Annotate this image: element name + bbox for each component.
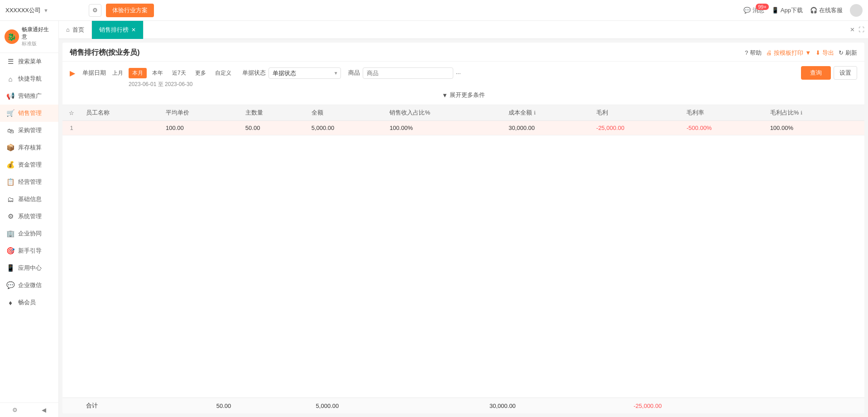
filter-goods: 商品 ··· — [348, 67, 461, 79]
date-tab-more[interactable]: 更多 — [192, 68, 210, 78]
sidebar-item-quick-nav[interactable]: ⌂ 快捷导航 — [0, 70, 58, 87]
goods-filter-label: 商品 — [348, 69, 360, 77]
status-select[interactable]: 单据状态 — [269, 67, 341, 79]
filter-expand-icon[interactable]: ▶ — [70, 69, 75, 77]
sidebar-item-app-center[interactable]: 📱 应用中心 — [0, 259, 58, 277]
sidebar-item-guide[interactable]: 🎯 新手引导 — [0, 242, 58, 259]
col-gross: 毛利 — [591, 105, 681, 121]
expand-more-label: 展开更多条件 — [450, 91, 485, 99]
date-tab-custom[interactable]: 自定义 — [211, 68, 235, 78]
query-button[interactable]: 查询 — [801, 66, 831, 80]
guide-icon: 🎯 — [6, 247, 14, 255]
table-body: 1 100.00 50.00 5,000.00 100.00% 30,000.0… — [62, 121, 864, 135]
sales-icon: 🛒 — [6, 109, 14, 117]
sidebar-label-search-order: 搜索菜单 — [18, 58, 42, 66]
gross-pct-info-icon[interactable]: ℹ — [801, 110, 802, 115]
sidebar-collapse-icon[interactable]: ◀ — [42, 407, 46, 413]
enterprise-icon: 🏢 — [6, 230, 14, 238]
tab-expand-icon[interactable]: ⛶ — [858, 26, 864, 33]
tab-home[interactable]: ⌂ 首页 — [59, 21, 92, 39]
sidebar-label-basic-info: 基础信息 — [18, 195, 42, 203]
help-icon: ? — [745, 49, 748, 56]
search-order-icon: ☰ — [6, 58, 14, 66]
header-actions: ? 帮助 🖨 按模板打印 ▼ ⬇ 导出 ↻ 刷新 — [745, 49, 857, 57]
finance-icon: 💰 — [6, 161, 14, 169]
footer-gross-rate — [780, 398, 822, 413]
sidebar-settings-icon[interactable]: ⚙ — [12, 407, 18, 413]
tab-close-icon[interactable]: ✕ — [131, 27, 136, 33]
cell-sales-pct: 100.00% — [384, 121, 503, 135]
refresh-button[interactable]: ↻ 刷新 — [839, 49, 857, 57]
basic-info-icon: 🗂 — [6, 196, 14, 203]
tab-sales-rank[interactable]: 销售排行榜 ✕ — [92, 21, 144, 39]
cost-info-icon[interactable]: ℹ — [534, 110, 536, 115]
user-avatar-area[interactable] — [850, 4, 863, 17]
sidebar-item-operations[interactable]: 📋 经营管理 — [0, 173, 58, 191]
cell-gross-pct: 100.00% — [765, 121, 864, 135]
export-button[interactable]: ⬇ 导出 — [815, 49, 834, 57]
sidebar-label-quick-nav: 快捷导航 — [18, 75, 42, 83]
top-header: XXXXXX公司 ▼ ⚙ 体验行业方案 💬 消息 99+ 📱 App下载 🎧 在… — [0, 0, 868, 21]
help-button[interactable]: ? 帮助 — [745, 49, 762, 57]
app-label: App下载 — [781, 6, 803, 14]
print-button[interactable]: 🖨 按模板打印 ▼ — [766, 49, 811, 57]
home-icon: ⌂ — [66, 26, 70, 33]
settings-button[interactable]: 设置 — [834, 66, 857, 80]
trial-button[interactable]: 体验行业方案 — [106, 4, 154, 17]
filter-actions: 查询 设置 — [801, 66, 857, 80]
content-area: ⌂ 首页 销售排行榜 ✕ ✕ ⛶ 销售排行榜(按业务员) ? 帮助 — [59, 21, 868, 417]
sidebar-item-member[interactable]: ♦ 畅会员 — [0, 294, 58, 311]
sidebar-item-finance[interactable]: 💰 资金管理 — [0, 156, 58, 173]
tab-close-window-icon[interactable]: ✕ — [850, 26, 855, 33]
goods-input[interactable] — [363, 67, 453, 79]
page-title: 销售排行榜(按业务员) — [70, 48, 140, 58]
sidebar-item-system[interactable]: ⚙ 系统管理 — [0, 208, 58, 225]
goods-more-icon[interactable]: ··· — [456, 70, 461, 77]
date-tab-last-7[interactable]: 近7天 — [168, 68, 190, 78]
sidebar-label-purchase: 采购管理 — [18, 126, 42, 134]
avatar — [850, 4, 863, 17]
export-label: 导出 — [822, 49, 834, 57]
sidebar-label-wechat: 企业微信 — [18, 281, 42, 289]
logo-icon: 🐉 — [5, 29, 19, 44]
message-badge: 99+ — [756, 4, 769, 10]
cell-qty: 50.00 — [240, 121, 306, 135]
cell-rank: 1 — [62, 121, 81, 135]
col-sales-pct: 销售收入占比% — [384, 105, 503, 121]
sidebar-item-basic-info[interactable]: 🗂 基础信息 — [0, 191, 58, 208]
expand-more-button[interactable]: ▼ 展开更多条件 — [442, 91, 485, 99]
inventory-icon: 📦 — [6, 144, 14, 152]
sidebar-label-finance: 资金管理 — [18, 161, 42, 169]
help-label: 帮助 — [750, 49, 762, 57]
sidebar-item-search-order[interactable]: ☰ 搜索菜单 — [0, 53, 58, 70]
filter-date: 单据日期 上月 本月 本年 近7天 更多 自定义 — [82, 68, 235, 78]
app-download-button[interactable]: 📱 App下载 — [772, 6, 803, 14]
data-table: ☆ 员工名称 平均单价 主数量 全额 销售收入占比% 成本全额 ℹ 毛利 毛利率… — [62, 105, 864, 135]
tab-bar: ⌂ 首页 销售排行榜 ✕ ✕ ⛶ — [59, 21, 868, 39]
date-tab-prev-month[interactable]: 上月 — [109, 68, 127, 78]
date-tab-current-month[interactable]: 本月 — [129, 68, 147, 78]
company-selector[interactable]: XXXXXX公司 ▼ — [5, 6, 87, 14]
date-range-display: 2023-06-01 至 2023-06-30 — [70, 81, 857, 88]
sidebar-item-wechat[interactable]: 💬 企业微信 — [0, 277, 58, 294]
message-button[interactable]: 💬 消息 99+ — [743, 6, 764, 14]
quick-nav-icon: ⌂ — [6, 75, 14, 83]
sidebar-item-sales[interactable]: 🛒 销售管理 — [0, 105, 58, 122]
footer-amount: 5,000.00 — [311, 398, 442, 413]
filter-area: ▶ 单据日期 上月 本月 本年 近7天 更多 自定义 — [62, 62, 864, 105]
date-filter-label: 单据日期 — [82, 69, 106, 77]
date-tab-current-year[interactable]: 本年 — [149, 68, 167, 78]
service-label: 在线客服 — [819, 6, 843, 14]
logo-text: 畅康通好生意 — [22, 26, 54, 40]
sidebar-item-enterprise[interactable]: 🏢 企业协同 — [0, 225, 58, 242]
sidebar-item-inventory[interactable]: 📦 库存核算 — [0, 139, 58, 156]
settings-icon[interactable]: ⚙ — [89, 4, 101, 17]
online-service-button[interactable]: 🎧 在线客服 — [810, 6, 843, 14]
table-area: ☆ 员工名称 平均单价 主数量 全额 销售收入占比% 成本全额 ℹ 毛利 毛利率… — [62, 105, 864, 398]
print-icon: 🖨 — [766, 49, 772, 56]
footer-avg-price — [168, 398, 211, 413]
sidebar-item-purchase[interactable]: 🛍 采购管理 — [0, 122, 58, 139]
main-layout: 🐉 畅康通好生意 标准版 ☰ 搜索菜单 ⌂ 快捷导航 📢 营销推广 🛒 销售管理… — [0, 21, 868, 417]
sidebar-item-marketing[interactable]: 📢 营销推广 — [0, 87, 58, 105]
chevron-down-icon: ▼ — [43, 8, 48, 13]
